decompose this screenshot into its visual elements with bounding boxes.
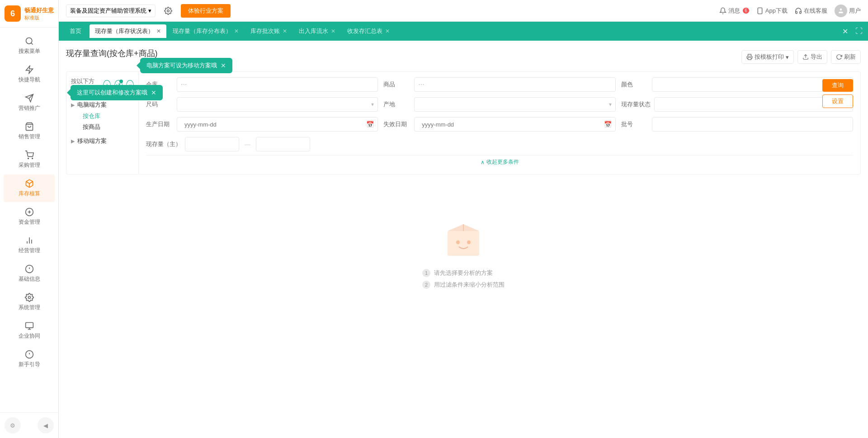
- tab-inout-flow[interactable]: 出入库流水 ✕: [293, 24, 341, 38]
- inventory-main-to[interactable]: [256, 137, 310, 151]
- chevron-down-icon: ▾: [148, 7, 151, 14]
- scheme-group-mobile-header[interactable]: ▶ 移动端方案: [71, 135, 134, 147]
- svg-point-26: [456, 240, 460, 244]
- sidebar-bottom: ⚙ ◀: [0, 412, 58, 438]
- logo-icon: 6: [5, 5, 21, 22]
- svg-point-4: [32, 158, 33, 159]
- svg-rect-19: [758, 8, 762, 14]
- tab-close-inout-flow[interactable]: ✕: [331, 28, 335, 34]
- calendar-icon: 📅: [366, 121, 374, 128]
- shopping-icon: [25, 122, 34, 131]
- chart-icon: [25, 236, 34, 245]
- logo-text: 畅通好生意 标准版: [24, 6, 54, 21]
- sidebar-item-marketing[interactable]: 营销推广: [4, 89, 55, 117]
- scheme-group-pc: ▶ 电脑端方案 按仓库 按商品: [71, 99, 134, 132]
- cart-icon: [25, 151, 34, 160]
- tab-close-inventory-dist[interactable]: ✕: [234, 28, 239, 34]
- size-filter: 尺码 ▾: [146, 97, 378, 112]
- sidebar-collapse-btn[interactable]: ◀: [38, 417, 54, 433]
- warehouse-input[interactable]: ···: [177, 77, 378, 92]
- sidebar-item-finance[interactable]: 资金管理: [4, 203, 55, 231]
- empty-state: 1 请先选择要分析的方案 2 用过滤条件来缩小分析范围: [66, 174, 861, 325]
- chevron-up-icon: ∧: [481, 159, 485, 165]
- svg-point-0: [26, 38, 32, 44]
- origin-input[interactable]: ▾: [414, 97, 615, 112]
- filter-fields: 仓库 ··· 商品 ··· 颜色: [139, 72, 860, 174]
- filter-row-4: 现存量（主） —: [146, 137, 853, 151]
- collapse-bar[interactable]: ∧ 收起更多条件: [146, 155, 853, 169]
- print-btn[interactable]: 按模板打印 ▾: [741, 50, 794, 64]
- svg-point-3: [28, 158, 28, 159]
- tab-collection-summary[interactable]: 收发存汇总表 ✕: [342, 24, 395, 38]
- setup-btn[interactable]: 设置: [822, 94, 853, 108]
- notification-btn[interactable]: 消息 6: [719, 7, 749, 15]
- tooltip-edit-close[interactable]: ✕: [151, 89, 156, 96]
- production-date-input[interactable]: 📅: [177, 117, 378, 132]
- tab-batch-ledger[interactable]: 库存批次账 ✕: [245, 24, 292, 38]
- guide-icon: [25, 350, 34, 359]
- empty-step-1: 1 请先选择要分析的方案: [422, 269, 505, 277]
- production-date-field[interactable]: [181, 117, 366, 132]
- tab-close-all-btn[interactable]: ✕: [840, 25, 850, 38]
- online-support-btn[interactable]: 在线客服: [795, 7, 827, 15]
- header-left: 装备及固定资产辅助管理系统 ▾ 体验行业方案: [66, 4, 231, 18]
- inventory-status-filter: 现存量状态 ▾: [621, 97, 853, 112]
- tab-inventory-dist[interactable]: 现存量（库存分布表） ✕: [167, 24, 244, 38]
- query-btn[interactable]: 查询: [822, 79, 853, 92]
- sidebar-item-basic[interactable]: 基础信息: [4, 260, 55, 287]
- tooltip-pc-close[interactable]: ✕: [221, 62, 226, 69]
- sidebar-item-guide[interactable]: 新手引导: [4, 345, 55, 373]
- product-filter: 商品 ···: [383, 77, 615, 92]
- scheme-item-product[interactable]: 按商品: [80, 122, 134, 132]
- header-settings-btn[interactable]: [161, 4, 175, 18]
- system-name-selector[interactable]: 装备及固定资产辅助管理系统 ▾: [66, 5, 156, 17]
- user-profile-btn[interactable]: 用户: [835, 5, 861, 17]
- gear-icon: [164, 7, 172, 15]
- sidebar-item-purchase[interactable]: 采购管理: [4, 146, 55, 174]
- sidebar-item-quicknav[interactable]: 快捷导航: [4, 61, 55, 88]
- production-date-filter: 生产日期 📅: [146, 117, 378, 132]
- tab-close-batch-ledger[interactable]: ✕: [283, 28, 287, 34]
- refresh-btn[interactable]: 刷新: [831, 50, 861, 64]
- export-btn[interactable]: 导出: [797, 50, 827, 64]
- scheme-list: ▶ 电脑端方案 按仓库 按商品: [71, 99, 134, 147]
- tooltip-pc: 电脑方案可设为移动方案哦 ✕: [140, 58, 232, 73]
- product-input[interactable]: ···: [414, 77, 615, 92]
- expiry-date-filter: 失效日期 📅: [383, 117, 615, 132]
- scheme-group-pc-header[interactable]: ▶ 电脑端方案: [71, 99, 134, 111]
- tabs-bar: 首页 现存量（库存状况表） ✕ 现存量（库存分布表） ✕ 库存批次账 ✕ 出入库…: [59, 22, 868, 41]
- empty-step-2: 2 用过滤条件来缩小分析范围: [422, 281, 505, 289]
- sidebar-item-system[interactable]: 系统管理: [4, 288, 55, 316]
- inventory-main-from[interactable]: [185, 137, 239, 151]
- refresh-icon: [836, 54, 842, 60]
- sidebar-item-inventory[interactable]: 库存核算: [4, 174, 55, 202]
- sidebar-item-operations[interactable]: 经营管理: [4, 231, 55, 259]
- sidebar-settings-btn[interactable]: ⚙: [5, 417, 21, 433]
- filter-row-2: 尺码 ▾ 产地 ▾ 现存量状态: [146, 97, 853, 112]
- scheme-item-warehouse[interactable]: 按仓库: [80, 111, 134, 122]
- sidebar-item-enterprise[interactable]: 企业协同: [4, 317, 55, 344]
- expiry-date-input[interactable]: 📅: [414, 117, 615, 132]
- expiry-date-field[interactable]: [418, 117, 604, 132]
- sidebar-item-sales[interactable]: 销售管理: [4, 118, 55, 145]
- tab-inventory-status[interactable]: 现存量（库存状况表） ✕: [90, 24, 166, 38]
- logo-area: 6 畅通好生意 标准版: [0, 0, 58, 28]
- tab-home[interactable]: 首页: [62, 24, 89, 38]
- svg-point-18: [167, 9, 170, 12]
- tab-fullscreen-btn[interactable]: ⛶: [854, 25, 864, 37]
- header-actions: 按模板打印 ▾ 导出 刷新: [741, 50, 861, 64]
- tab-close-inventory-status[interactable]: ✕: [156, 28, 161, 34]
- tab-close-collection-summary[interactable]: ✕: [385, 28, 390, 34]
- batch-input[interactable]: [652, 117, 853, 132]
- batch-filter: 批号: [621, 117, 853, 132]
- tabs-right-controls: ✕ ⛶: [840, 25, 864, 38]
- export-icon: [802, 54, 809, 60]
- svg-point-21: [840, 8, 842, 10]
- sidebar-item-search[interactable]: 搜索菜单: [4, 32, 55, 60]
- trial-industry-btn[interactable]: 体验行业方案: [181, 4, 231, 18]
- calendar-icon-2: 📅: [604, 121, 612, 128]
- headphone-icon: [795, 7, 802, 14]
- scheme-group-mobile: ▶ 移动端方案: [71, 135, 134, 147]
- size-input[interactable]: ▾: [177, 97, 378, 112]
- app-download-btn[interactable]: App下载: [756, 7, 788, 15]
